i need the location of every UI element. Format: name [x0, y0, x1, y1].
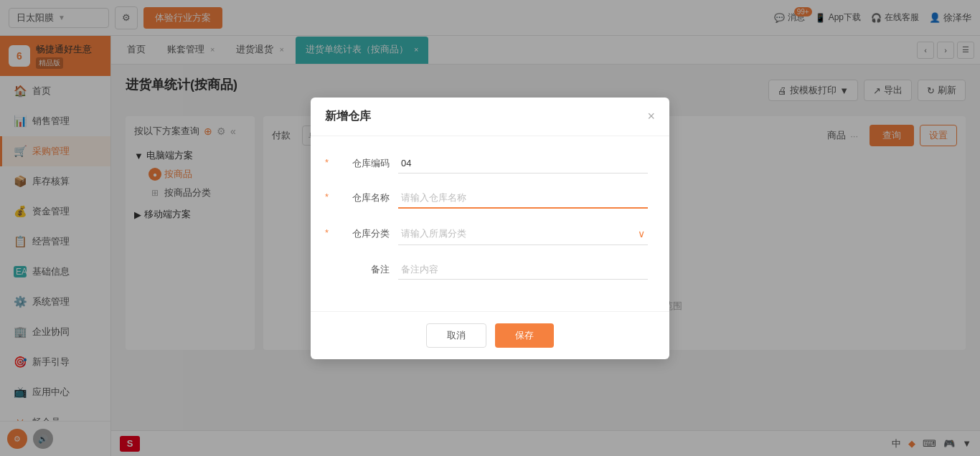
- modal-title: 新增仓库: [325, 109, 371, 124]
- warehouse-name-row: 仓库名称: [332, 188, 648, 209]
- warehouse-code-input[interactable]: [398, 153, 648, 174]
- warehouse-remark-input[interactable]: [398, 260, 648, 280]
- new-warehouse-modal: 新增仓库 × 仓库编码 仓库名称 仓库分类 请输入所属分类 ∨ 备注: [311, 98, 669, 359]
- warehouse-name-input[interactable]: [398, 188, 648, 209]
- category-placeholder: 请输入所属分类: [401, 227, 466, 240]
- modal-footer: 取消 保存: [311, 311, 669, 359]
- warehouse-name-label: 仓库名称: [332, 191, 390, 204]
- warehouse-category-row: 仓库分类 请输入所属分类 ∨: [332, 223, 648, 245]
- modal-close-button[interactable]: ×: [647, 110, 655, 123]
- warehouse-remark-row: 备注: [332, 260, 648, 280]
- warehouse-remark-label: 备注: [332, 263, 390, 276]
- warehouse-code-row: 仓库编码: [332, 153, 648, 174]
- modal-body: 仓库编码 仓库名称 仓库分类 请输入所属分类 ∨ 备注: [311, 136, 669, 311]
- category-arrow-icon: ∨: [638, 228, 645, 239]
- modal-overlay[interactable]: 新增仓库 × 仓库编码 仓库名称 仓库分类 请输入所属分类 ∨ 备注: [0, 0, 980, 456]
- modal-header: 新增仓库 ×: [311, 98, 669, 136]
- cancel-button[interactable]: 取消: [426, 323, 486, 348]
- warehouse-category-label: 仓库分类: [332, 227, 390, 240]
- warehouse-code-label: 仓库编码: [332, 157, 390, 170]
- warehouse-category-select[interactable]: 请输入所属分类 ∨: [398, 223, 648, 245]
- save-button[interactable]: 保存: [495, 323, 554, 348]
